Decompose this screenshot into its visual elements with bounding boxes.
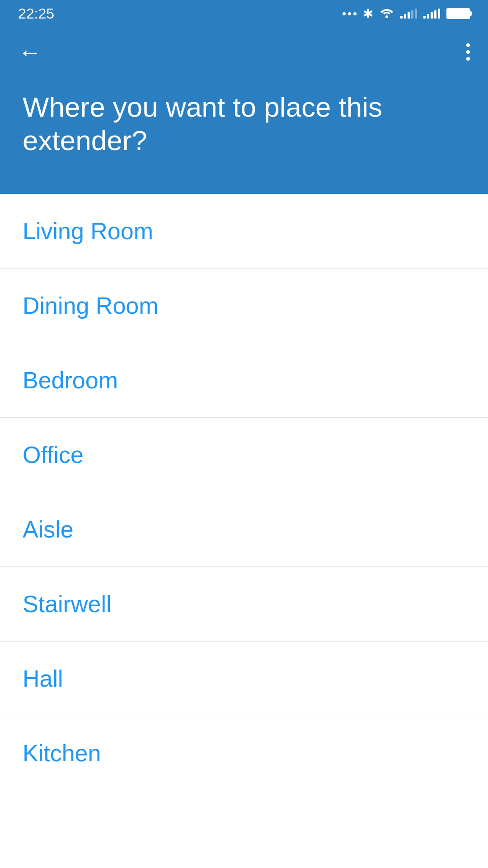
location-label-bedroom: Bedroom [23, 367, 118, 394]
location-label-kitchen: Kitchen [23, 740, 101, 767]
location-label-aisle: Aisle [23, 516, 74, 543]
signal-icon-2 [423, 9, 440, 19]
location-item-hall[interactable]: Hall [0, 642, 488, 716]
location-item-office[interactable]: Office [0, 418, 488, 492]
location-item-dining-room[interactable]: Dining Room [0, 269, 488, 343]
location-item-kitchen[interactable]: Kitchen [0, 716, 488, 790]
header-section: Where you want to place this extender? [0, 77, 488, 194]
location-item-aisle[interactable]: Aisle [0, 492, 488, 567]
wifi-icon [380, 6, 394, 21]
location-label-living-room: Living Room [23, 217, 153, 245]
signal-icon-1 [400, 9, 417, 19]
more-options-button[interactable] [466, 43, 470, 61]
dots-icon [343, 12, 357, 15]
location-item-bedroom[interactable]: Bedroom [0, 343, 488, 418]
status-time: 22:25 [18, 5, 54, 22]
location-label-hall: Hall [23, 665, 63, 692]
back-button[interactable]: ← [18, 40, 42, 64]
location-label-dining-room: Dining Room [23, 292, 159, 319]
location-item-stairwell[interactable]: Stairwell [0, 567, 488, 642]
battery-icon [446, 8, 470, 19]
location-label-office: Office [23, 441, 84, 468]
status-icons: ✱ [343, 6, 470, 21]
location-item-living-room[interactable]: Living Room [0, 194, 488, 269]
bluetooth-icon: ✱ [363, 6, 373, 21]
page-title: Where you want to place this extender? [23, 90, 465, 158]
status-bar: 22:25 ✱ [0, 0, 488, 27]
location-label-stairwell: Stairwell [23, 590, 112, 618]
location-list: Living RoomDining RoomBedroomOfficeAisle… [0, 194, 488, 790]
svg-point-0 [385, 15, 388, 18]
app-bar: ← [0, 27, 488, 77]
